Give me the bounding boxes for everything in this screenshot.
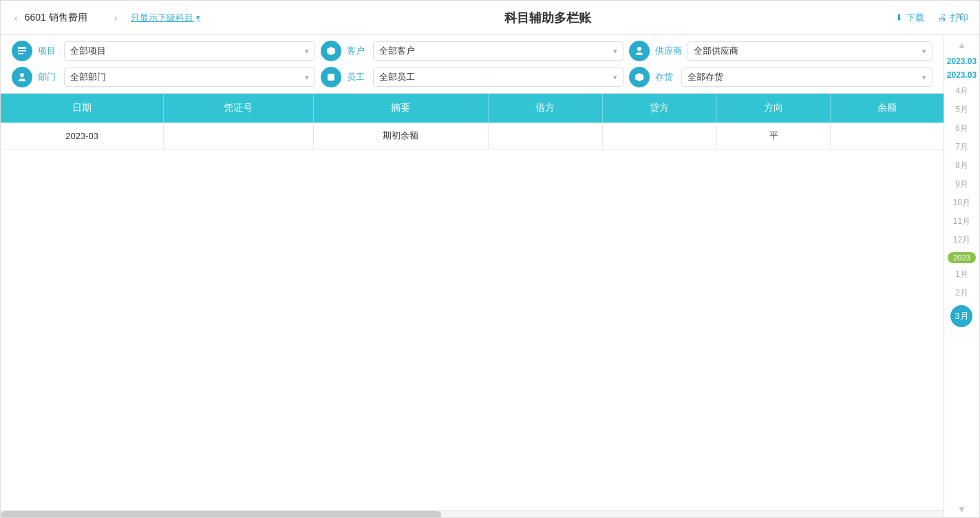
timeline-period-1[interactable]: 2023.03 (947, 54, 977, 68)
department-icon (12, 67, 32, 87)
filter-row-department: 部门 全部部门 ▾ (12, 67, 315, 87)
timeline-year-month-1月[interactable]: 1月 (948, 265, 975, 284)
timeline-month-11月[interactable]: 11月 (948, 212, 975, 231)
supplier-value: 全部供应商 (694, 45, 738, 57)
department-dropdown-icon: ▾ (305, 73, 309, 82)
department-label: 部门 (38, 71, 58, 83)
timeline-month-5月[interactable]: 5月 (948, 101, 975, 119)
timeline-month-4月[interactable]: 4月 (948, 82, 975, 101)
employee-value: 全部员工 (379, 71, 415, 83)
col-debit: 借方 (488, 94, 602, 123)
inventory-icon (629, 67, 650, 87)
horizontal-scrollbar[interactable] (1, 510, 944, 518)
nav-prev-button[interactable]: ‹ (12, 11, 21, 25)
customer-value: 全部客户 (379, 45, 415, 57)
svg-rect-1 (18, 50, 26, 52)
project-icon (12, 41, 32, 61)
inventory-dropdown-icon: ▾ (922, 73, 926, 82)
project-select[interactable]: 全部项目 ▾ (64, 41, 315, 61)
cell-summary: 期初余额 (313, 123, 488, 149)
table-row: 2023-03 期初余额 平 (1, 123, 944, 149)
timeline-month-6月[interactable]: 6月 (948, 119, 975, 138)
customer-select[interactable]: 全部客户 ▾ (373, 41, 624, 61)
download-label: 下载 (906, 12, 924, 24)
employee-icon (321, 67, 341, 87)
scrollbar-thumb[interactable] (1, 511, 441, 518)
employee-select[interactable]: 全部员工 ▾ (373, 68, 624, 87)
download-icon: ⬇ (895, 12, 903, 23)
cell-credit (602, 123, 716, 149)
timeline-down-arrow[interactable]: ▼ (957, 499, 967, 518)
cell-voucher (164, 123, 313, 149)
timeline-panel: ▲ 2023.03 2023.03 4月5月6月7月8月9月10月11月12月2… (944, 35, 979, 518)
inventory-label: 存货 (655, 71, 676, 83)
timeline-active-month[interactable]: 3月 (948, 302, 975, 330)
filter-row-supplier: 供应商 全部供应商 ▾ (629, 41, 933, 61)
nav-next-button[interactable]: › (111, 11, 120, 25)
filter-row-project: 项目 全部项目 ▾ (12, 41, 315, 61)
svg-rect-0 (18, 47, 26, 49)
download-button[interactable]: ⬇ 下载 (895, 12, 924, 24)
project-dropdown-icon: ▾ (305, 47, 309, 56)
timeline-month-10月[interactable]: 10月 (948, 194, 975, 212)
timeline-month-7月[interactable]: 7月 (948, 138, 975, 156)
svg-point-4 (20, 73, 24, 77)
customer-dropdown-icon: ▾ (613, 47, 617, 56)
customer-label: 客户 (347, 45, 368, 57)
svg-point-3 (637, 47, 641, 51)
department-select[interactable]: 全部部门 ▾ (64, 68, 315, 87)
supplier-select[interactable]: 全部供应商 ▾ (688, 41, 933, 61)
content-area: 项目 全部项目 ▾ 客户 全部客户 ▾ (1, 35, 944, 518)
timeline-month-9月[interactable]: 9月 (948, 175, 975, 194)
employee-label: 员工 (347, 71, 368, 83)
supplier-dropdown-icon: ▾ (922, 47, 926, 56)
col-direction: 方向 (716, 94, 831, 123)
svg-rect-2 (18, 53, 23, 54)
filter-row-inventory: 存货 全部存货 ▾ (629, 67, 933, 87)
employee-dropdown-icon: ▾ (613, 73, 617, 82)
timeline-month-12月[interactable]: 12月 (948, 231, 975, 249)
print-icon: 🖨 (938, 12, 947, 23)
cell-balance (831, 123, 944, 149)
customer-icon (321, 41, 341, 61)
col-date: 日期 (1, 94, 164, 123)
project-value: 全部项目 (70, 45, 106, 57)
timeline-year-badge[interactable]: 2023 (948, 249, 975, 265)
project-label: 项目 (38, 45, 58, 57)
table-header-row: 日期 凭证号 摘要 借方 贷方 方向 余额 (1, 94, 944, 123)
page-title: 科目辅助多栏账 (200, 10, 895, 26)
account-code-label: 6601 销售费用 (25, 12, 107, 24)
cell-date: 2023-03 (1, 123, 164, 149)
close-button[interactable]: × (952, 8, 968, 24)
svg-rect-5 (328, 74, 334, 81)
show-sub-button[interactable]: 只显示下级科目 ▾ (131, 12, 200, 24)
col-balance: 余额 (831, 94, 944, 123)
cell-direction: 平 (716, 123, 831, 149)
timeline-year-month-2月[interactable]: 2月 (948, 284, 975, 302)
top-bar: ‹ 6601 销售费用 › 只显示下级科目 ▾ 科目辅助多栏账 ⬇ 下载 🖨 打… (1, 1, 979, 35)
cell-debit (488, 123, 602, 149)
ledger-table: 日期 凭证号 摘要 借方 贷方 方向 余额 2023-03 期初余额 (1, 94, 944, 149)
col-credit: 贷方 (602, 94, 716, 123)
filter-row-customer: 客户 全部客户 ▾ (321, 41, 624, 61)
timeline-period-2[interactable]: 2023.03 (947, 68, 977, 82)
department-value: 全部部门 (70, 71, 106, 83)
timeline-month-8月[interactable]: 8月 (948, 156, 975, 175)
show-sub-label: 只显示下级科目 (131, 12, 193, 24)
table-wrapper: 日期 凭证号 摘要 借方 贷方 方向 余额 2023-03 期初余额 (1, 94, 944, 510)
inventory-value: 全部存货 (688, 71, 723, 83)
account-nav: ‹ 6601 销售费用 › (12, 11, 120, 25)
supplier-icon (629, 41, 650, 61)
inventory-select[interactable]: 全部存货 ▾ (681, 68, 933, 87)
timeline-up-arrow[interactable]: ▲ (957, 35, 967, 54)
supplier-label: 供应商 (655, 45, 682, 57)
filter-bar: 项目 全部项目 ▾ 客户 全部客户 ▾ (1, 35, 944, 94)
filter-row-employee: 员工 全部员工 ▾ (321, 67, 624, 87)
col-summary: 摘要 (313, 94, 488, 123)
main-content: 项目 全部项目 ▾ 客户 全部客户 ▾ (1, 35, 979, 518)
col-voucher: 凭证号 (164, 94, 313, 123)
